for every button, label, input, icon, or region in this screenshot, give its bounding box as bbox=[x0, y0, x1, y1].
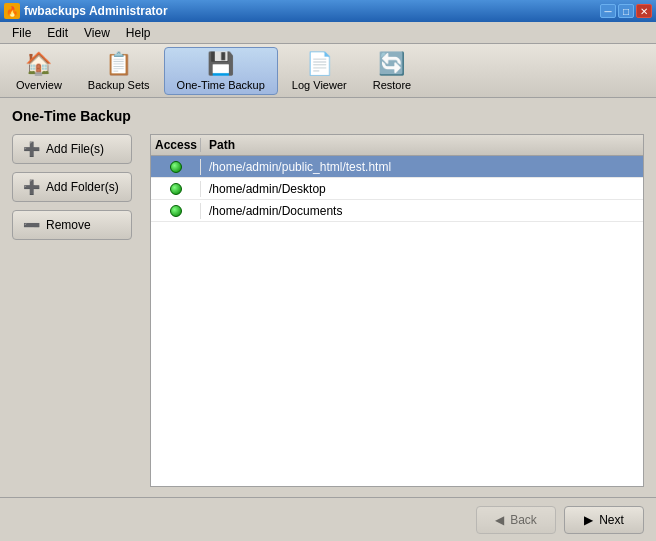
restore-label: Restore bbox=[373, 79, 412, 91]
toolbar-restore[interactable]: 🔄 Restore bbox=[361, 47, 424, 95]
add-folder-label: Add Folder(s) bbox=[46, 180, 119, 194]
minimize-button[interactable]: ─ bbox=[600, 4, 616, 18]
overview-label: Overview bbox=[16, 79, 62, 91]
table-row[interactable]: /home/admin/Desktop bbox=[151, 178, 643, 200]
page-title: One-Time Backup bbox=[12, 108, 644, 124]
remove-button[interactable]: ➖ Remove bbox=[12, 210, 132, 240]
restore-icon: 🔄 bbox=[378, 51, 405, 77]
log-viewer-label: Log Viewer bbox=[292, 79, 347, 91]
access-dot bbox=[170, 183, 182, 195]
access-cell bbox=[151, 181, 201, 197]
add-files-icon: ➕ bbox=[23, 141, 40, 157]
next-label: Next bbox=[599, 513, 624, 527]
toolbar-overview[interactable]: 🏠 Overview bbox=[4, 47, 74, 95]
next-button[interactable]: ▶ Next bbox=[564, 506, 644, 534]
toolbar: 🏠 Overview 📋 Backup Sets 💾 One-Time Back… bbox=[0, 44, 656, 98]
backup-sets-icon: 📋 bbox=[105, 51, 132, 77]
add-folder-button[interactable]: ➕ Add Folder(s) bbox=[12, 172, 132, 202]
path-cell: /home/admin/Documents bbox=[201, 202, 643, 220]
toolbar-one-time-backup[interactable]: 💾 One-Time Backup bbox=[164, 47, 278, 95]
menu-edit[interactable]: Edit bbox=[39, 24, 76, 42]
title-bar: 🔥 fwbackups Administrator ─ □ ✕ bbox=[0, 0, 656, 22]
one-time-backup-label: One-Time Backup bbox=[177, 79, 265, 91]
add-folder-icon: ➕ bbox=[23, 179, 40, 195]
bottom-bar: ◀ Back ▶ Next bbox=[0, 497, 656, 541]
close-button[interactable]: ✕ bbox=[636, 4, 652, 18]
file-list-scroll[interactable]: /home/admin/public_html/test.html/home/a… bbox=[151, 156, 643, 486]
window-controls[interactable]: ─ □ ✕ bbox=[600, 4, 652, 18]
content-area: One-Time Backup ➕ Add File(s) ➕ Add Fold… bbox=[0, 98, 656, 497]
maximize-button[interactable]: □ bbox=[618, 4, 634, 18]
access-dot bbox=[170, 205, 182, 217]
add-files-label: Add File(s) bbox=[46, 142, 104, 156]
access-cell bbox=[151, 203, 201, 219]
path-cell: /home/admin/Desktop bbox=[201, 180, 643, 198]
remove-label: Remove bbox=[46, 218, 91, 232]
toolbar-backup-sets[interactable]: 📋 Backup Sets bbox=[76, 47, 162, 95]
one-time-backup-icon: 💾 bbox=[207, 51, 234, 77]
main-area: ➕ Add File(s) ➕ Add Folder(s) ➖ Remove A… bbox=[12, 134, 644, 487]
table-row[interactable]: /home/admin/public_html/test.html bbox=[151, 156, 643, 178]
table-row[interactable]: /home/admin/Documents bbox=[151, 200, 643, 222]
app-icon: 🔥 bbox=[4, 3, 20, 19]
menu-file[interactable]: File bbox=[4, 24, 39, 42]
path-cell: /home/admin/public_html/test.html bbox=[201, 158, 643, 176]
back-label: Back bbox=[510, 513, 537, 527]
file-list-header: Access Path bbox=[151, 135, 643, 156]
overview-icon: 🏠 bbox=[25, 51, 52, 77]
left-panel: ➕ Add File(s) ➕ Add Folder(s) ➖ Remove bbox=[12, 134, 142, 487]
menu-help[interactable]: Help bbox=[118, 24, 159, 42]
remove-icon: ➖ bbox=[23, 217, 40, 233]
add-files-button[interactable]: ➕ Add File(s) bbox=[12, 134, 132, 164]
window-title: fwbackups Administrator bbox=[24, 4, 168, 18]
back-button[interactable]: ◀ Back bbox=[476, 506, 556, 534]
menu-view[interactable]: View bbox=[76, 24, 118, 42]
menu-bar: File Edit View Help bbox=[0, 22, 656, 44]
col-path-header: Path bbox=[201, 138, 643, 152]
access-dot bbox=[170, 161, 182, 173]
file-list-area: Access Path /home/admin/public_html/test… bbox=[150, 134, 644, 487]
back-arrow-icon: ◀ bbox=[495, 513, 504, 527]
log-viewer-icon: 📄 bbox=[306, 51, 333, 77]
next-arrow-icon: ▶ bbox=[584, 513, 593, 527]
title-bar-left: 🔥 fwbackups Administrator bbox=[4, 3, 168, 19]
backup-sets-label: Backup Sets bbox=[88, 79, 150, 91]
toolbar-log-viewer[interactable]: 📄 Log Viewer bbox=[280, 47, 359, 95]
col-access-header: Access bbox=[151, 138, 201, 152]
access-cell bbox=[151, 159, 201, 175]
